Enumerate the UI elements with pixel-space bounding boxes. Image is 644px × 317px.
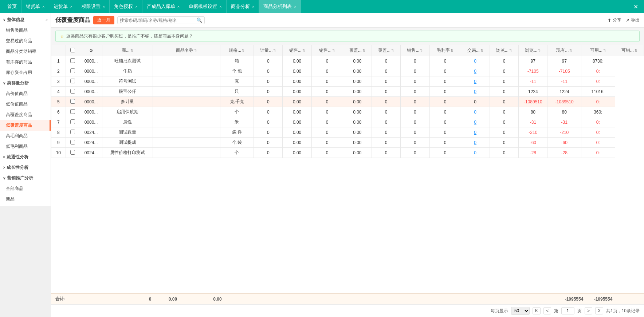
row-available: -11 xyxy=(547,76,581,87)
row-sales-qty: 0 xyxy=(254,127,283,138)
select-all-checkbox[interactable] xyxy=(70,48,75,52)
col-sales-amt[interactable]: 销售...⇅ xyxy=(311,45,343,56)
row-browse1[interactable]: 0 xyxy=(461,148,490,158)
sidebar-item-stock-capital[interactable]: 库存资金占用 xyxy=(0,67,51,78)
col-browse2[interactable]: 浏览...⇅ xyxy=(519,45,547,56)
col-available[interactable]: 可用...⇅ xyxy=(581,45,615,56)
sidebar-item-stocked-goods[interactable]: 有库存的商品 xyxy=(0,57,51,67)
col-settings[interactable]: ⚙ xyxy=(80,45,102,56)
row-checkbox[interactable] xyxy=(66,76,80,87)
row-browse1[interactable]: 0 xyxy=(461,56,490,66)
row-index: 10 xyxy=(51,148,66,158)
row-available: -210 xyxy=(547,127,581,138)
row-spec xyxy=(153,117,220,127)
row-checkbox[interactable] xyxy=(66,107,80,117)
nav-roles[interactable]: 角色授权 × xyxy=(110,0,142,13)
row-sales2: 0 xyxy=(372,138,400,148)
sidebar-item-low-margin[interactable]: 低毛利商品 xyxy=(0,141,51,152)
row-code: 0000... xyxy=(80,56,102,66)
col-sales2[interactable]: 销售...⇅ xyxy=(401,45,429,56)
sidebar-section-marketing[interactable]: ∨ 营销推广分析 xyxy=(0,173,51,183)
page-size-select[interactable]: 50 100 200 xyxy=(511,307,530,315)
next-page-button[interactable]: > xyxy=(585,307,592,314)
nav-purchase[interactable]: 进货单 × xyxy=(49,0,77,13)
search-box: 🔍 xyxy=(117,16,205,24)
last-page-button[interactable]: X xyxy=(595,307,603,314)
sidebar-item-high-margin[interactable]: 高毛利商品 xyxy=(0,131,51,141)
row-checkbox[interactable] xyxy=(66,97,80,107)
nav-close-icon[interactable]: × xyxy=(219,4,221,9)
col-spec[interactable]: 规格...⇅ xyxy=(220,45,254,56)
close-all-button[interactable]: ✕ xyxy=(631,3,641,10)
col-trade[interactable]: 交易...⇅ xyxy=(461,45,490,56)
col-sellable[interactable]: 可销...⇅ xyxy=(615,45,644,56)
sidebar-item-low-value[interactable]: 低价值商品 xyxy=(0,99,51,110)
page-number-input[interactable] xyxy=(561,307,574,314)
sidebar-section-growth[interactable]: > 成长性分析 xyxy=(0,162,51,173)
row-current-stock: -1089510 xyxy=(519,97,547,107)
row-checkbox[interactable] xyxy=(66,87,80,97)
row-browse1[interactable]: 0 xyxy=(461,66,490,76)
sidebar-section-cluster[interactable]: ∨ 类群量分析 xyxy=(0,78,51,88)
sidebar-section-overall[interactable]: ∨ 整体信息 « xyxy=(0,15,51,25)
row-checkbox[interactable] xyxy=(66,66,80,76)
nav-close-icon[interactable]: × xyxy=(252,4,254,9)
nav-close-icon[interactable]: × xyxy=(135,4,137,9)
row-browse1[interactable]: 0 xyxy=(461,117,490,127)
row-unit: 个 xyxy=(220,148,254,158)
row-checkbox[interactable] xyxy=(66,56,80,66)
col-sales-qty[interactable]: 销售...⇅ xyxy=(283,45,311,56)
col-cover2[interactable]: 覆盖...⇅ xyxy=(372,45,400,56)
row-index: 8 xyxy=(51,127,66,138)
nav-permissions[interactable]: 权限设置 × xyxy=(77,0,110,13)
row-checkbox[interactable] xyxy=(66,138,80,148)
nav-close-icon[interactable]: × xyxy=(70,4,72,9)
row-browse2: 0 xyxy=(490,66,518,76)
nav-close-icon[interactable]: × xyxy=(103,4,105,9)
sidebar-item-category-rate[interactable]: 商品分类动销率 xyxy=(0,46,51,57)
col-unit[interactable]: 计量...⇅ xyxy=(254,45,283,56)
nav-close-icon[interactable]: × xyxy=(177,4,180,9)
date-filter-button[interactable]: 近一月 xyxy=(93,16,114,24)
sidebar-item-low-coverage[interactable]: 低覆盖度商品 xyxy=(0,120,51,131)
row-checkbox[interactable] xyxy=(66,117,80,127)
nav-home[interactable]: 首页 xyxy=(3,0,21,13)
row-cover2: 0.00 xyxy=(343,127,372,138)
sidebar-item-high-coverage[interactable]: 高覆盖度商品 xyxy=(0,110,51,120)
row-browse1[interactable]: 0 xyxy=(461,107,490,117)
col-code[interactable]: 商...⇅ xyxy=(102,45,153,56)
sidebar-item-sales-goods[interactable]: 销售类商品 xyxy=(0,25,51,36)
sidebar-section-flow[interactable]: > 流通性分析 xyxy=(0,152,51,162)
row-browse1[interactable]: 0 xyxy=(461,76,490,87)
sidebar-item-new-goods[interactable]: 新品 xyxy=(0,194,51,205)
share-button[interactable]: ⬆ 分享 xyxy=(608,17,621,23)
row-checkbox[interactable] xyxy=(66,127,80,138)
nav-close-icon[interactable]: × xyxy=(294,4,296,9)
nav-goods-analysis[interactable]: 商品分析 × xyxy=(227,0,259,13)
sidebar-item-traded-goods[interactable]: 交易过的商品 xyxy=(0,36,51,46)
col-current-stock[interactable]: 现有...⇅ xyxy=(547,45,581,56)
collapse-icon[interactable]: « xyxy=(46,18,48,22)
table-wrapper[interactable]: ⚙ 商...⇅ 商品名称⇅ 规格...⇅ 计量...⇅ 销售...⇅ 销售...… xyxy=(51,45,644,293)
row-browse1[interactable]: 0 xyxy=(461,87,490,97)
col-cover1[interactable]: 覆盖...⇅ xyxy=(343,45,372,56)
prev-page-button[interactable]: < xyxy=(543,307,551,314)
nav-template-settings[interactable]: 单据模板设置 × xyxy=(184,0,226,13)
first-page-button[interactable]: K xyxy=(533,307,541,314)
nav-goods-analysis-list[interactable]: 商品分析列表 × xyxy=(259,0,301,13)
col-name[interactable]: 商品名称⇅ xyxy=(153,45,220,56)
row-checkbox[interactable] xyxy=(66,148,80,158)
nav-finished-goods[interactable]: 产成品入库单 × xyxy=(142,0,184,13)
sidebar-item-high-value[interactable]: 高价值商品 xyxy=(0,88,51,99)
sidebar-item-all-goods[interactable]: 全部商品 xyxy=(0,183,51,194)
col-browse1[interactable]: 浏览...⇅ xyxy=(490,45,518,56)
export-button[interactable]: ↗ 导出 xyxy=(626,17,640,23)
row-browse1[interactable]: 0 xyxy=(461,138,490,148)
search-input[interactable] xyxy=(120,18,196,23)
nav-sales[interactable]: 销货单 × xyxy=(21,0,49,13)
row-browse1[interactable]: 0 xyxy=(461,97,490,107)
col-gross-rate[interactable]: 毛利率⇅ xyxy=(429,45,461,56)
row-browse1[interactable]: 0 xyxy=(461,127,490,138)
nav-close-icon[interactable]: × xyxy=(42,4,44,9)
row-sales-qty: 0 xyxy=(254,97,283,107)
